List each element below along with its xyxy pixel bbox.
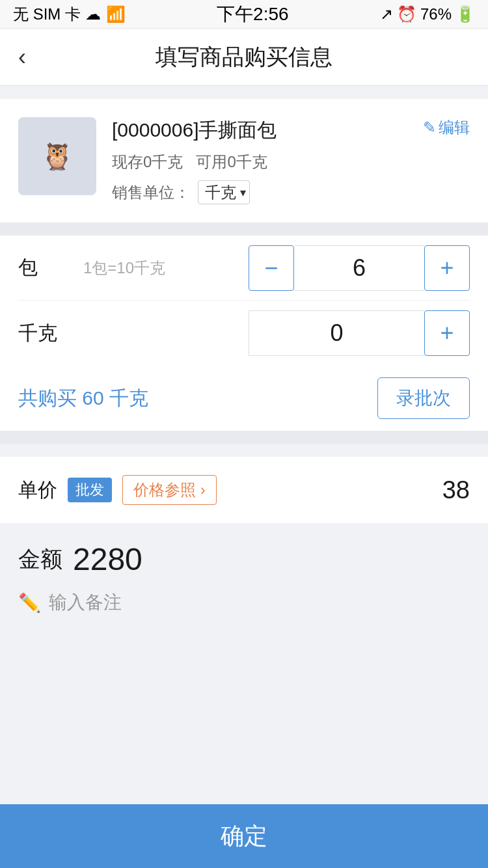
status-right: ↗ ⏰ 76% 🔋 xyxy=(380,5,475,23)
price-ref-button[interactable]: 价格参照 › xyxy=(122,475,217,505)
edit-button[interactable]: ✎ 编辑 xyxy=(423,117,470,138)
bao-hint: 1包=10千克 xyxy=(83,258,236,278)
kg-row: 千克 + xyxy=(18,301,470,366)
alarm-icon: ⏰ xyxy=(397,5,416,23)
remark-label: 输入备注 xyxy=(49,590,122,615)
kg-label: 千克 xyxy=(18,320,70,347)
confirm-button[interactable]: 确定 xyxy=(221,821,267,852)
bao-label: 包 xyxy=(18,254,70,281)
status-bar: 无 SIM 卡 ☁ 📶 下午2:56 ↗ ⏰ 76% 🔋 xyxy=(0,0,488,29)
bao-quantity-input[interactable] xyxy=(294,245,424,291)
confirm-bar[interactable]: 确定 xyxy=(0,804,488,868)
pencil-icon: ✏️ xyxy=(18,592,41,614)
remark-row[interactable]: ✏️ 输入备注 xyxy=(18,590,470,615)
back-button[interactable]: ‹ xyxy=(18,44,26,71)
batch-button[interactable]: 录批次 xyxy=(377,377,470,419)
product-stock: 现存0千克 可用0千克 xyxy=(112,152,470,172)
page-title: 填写商品购买信息 xyxy=(156,42,332,72)
edit-icon: ✎ xyxy=(423,118,436,137)
price-row: 单价 批发 价格参照 › 38 xyxy=(18,475,470,505)
unit-select[interactable]: 千克 xyxy=(198,180,250,204)
battery-label: 76% xyxy=(420,5,452,23)
total-row: 共购买 60 千克 录批次 xyxy=(0,366,488,431)
amount-value: 2280 xyxy=(73,541,142,577)
product-thumbnail: 🦉 xyxy=(18,117,96,195)
divider-1 xyxy=(0,223,488,236)
battery-icon: 🔋 xyxy=(455,5,475,23)
product-info: [0000006]手撕面包 现存0千克 可用0千克 销售单位： 千克 xyxy=(112,117,470,204)
price-tag: 批发 xyxy=(68,478,112,502)
price-value: 38 xyxy=(442,476,470,504)
unit-select-wrap[interactable]: 千克 xyxy=(198,180,250,204)
bao-row: 包 1包=10千克 − + xyxy=(18,236,470,301)
amount-row: 金额 2280 xyxy=(18,541,470,577)
status-time: 下午2:56 xyxy=(217,2,289,27)
product-unit-row: 销售单位： 千克 xyxy=(112,180,470,204)
bao-controls: − + xyxy=(249,245,470,291)
kg-controls: + xyxy=(249,310,470,356)
price-label: 单价 xyxy=(18,477,57,504)
amount-label: 金额 xyxy=(18,545,62,575)
amount-section: 金额 2280 ✏️ 输入备注 xyxy=(0,523,488,633)
unit-label: 销售单位： xyxy=(112,182,190,203)
product-name: [0000006]手撕面包 xyxy=(112,117,470,144)
nav-bar: ‹ 填写商品购买信息 xyxy=(0,29,488,86)
total-text: 共购买 60 千克 xyxy=(18,385,148,412)
bottom-spacer xyxy=(0,633,488,697)
kg-plus-button[interactable]: + xyxy=(424,310,470,356)
bao-plus-button[interactable]: + xyxy=(424,245,470,291)
sim-label: 无 SIM 卡 ☁ xyxy=(13,4,101,25)
bao-minus-button[interactable]: − xyxy=(249,245,294,291)
product-card: 🦉 [0000006]手撕面包 现存0千克 可用0千克 销售单位： 千克 ✎ 编… xyxy=(0,99,488,223)
kg-quantity-input[interactable] xyxy=(249,310,424,356)
wifi-icon: 📶 xyxy=(106,5,126,23)
input-section: 包 1包=10千克 − + 千克 + xyxy=(0,236,488,366)
divider-2 xyxy=(0,431,488,444)
location-icon: ↗ xyxy=(380,5,393,23)
price-section: 单价 批发 价格参照 › 38 xyxy=(0,457,488,523)
product-logo-icon: 🦉 xyxy=(41,141,74,172)
status-left: 无 SIM 卡 ☁ 📶 xyxy=(13,4,126,25)
